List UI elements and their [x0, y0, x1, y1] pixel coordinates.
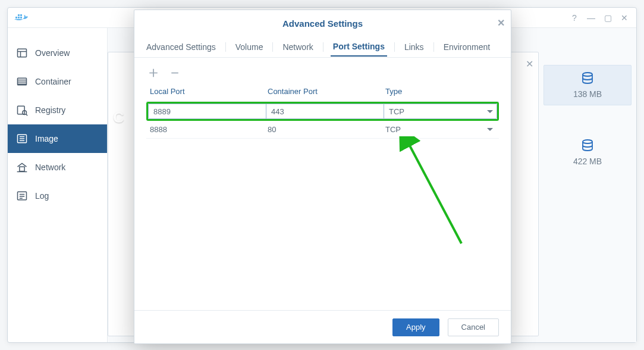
modal-header: Advanced Settings ✕: [134, 10, 511, 36]
annotation-arrow: [390, 136, 467, 249]
svg-line-14: [26, 114, 28, 116]
chevron-down-icon: [487, 128, 493, 131]
tab-separator: [323, 42, 323, 52]
tab-volume[interactable]: Volume: [233, 38, 266, 56]
sidebar-item-label: Log: [35, 191, 49, 201]
container-icon: [16, 76, 28, 88]
close-button[interactable]: ✕: [616, 10, 633, 26]
type-select[interactable]: TCP: [384, 104, 497, 119]
docker-logo-icon: [14, 12, 29, 24]
tab-advanced-settings[interactable]: Advanced Settings: [144, 38, 218, 56]
svg-rect-19: [20, 167, 24, 171]
local-port-value: 8888: [146, 123, 264, 136]
sidebar-item-label: Image: [35, 134, 58, 143]
database-icon: [549, 139, 626, 153]
network-icon: [16, 161, 28, 173]
add-port-button[interactable]: ＋: [146, 65, 161, 79]
sidebar-item-label: Registry: [35, 105, 65, 115]
sidebar-item-registry[interactable]: Registry: [8, 96, 107, 124]
tab-network[interactable]: Network: [280, 38, 315, 56]
sidebar-item-container[interactable]: Container: [8, 67, 107, 96]
sidebar-item-label: Container: [35, 77, 71, 86]
overview-icon: [16, 47, 28, 59]
tab-separator: [394, 42, 395, 52]
sidebar-item-log[interactable]: Log: [8, 182, 107, 210]
background-dialog-close-icon[interactable]: ✕: [526, 58, 533, 70]
sidebar-item-image[interactable]: Image: [8, 124, 107, 153]
tab-separator: [433, 42, 434, 52]
modal-title: Advanced Settings: [282, 18, 363, 29]
image-size-card[interactable]: 138 MB: [544, 65, 632, 105]
svg-rect-2: [20, 17, 22, 18]
sidebar-item-label: Overview: [35, 48, 70, 58]
cancel-button[interactable]: Cancel: [448, 318, 499, 336]
image-size-value: 138 MB: [573, 89, 602, 99]
port-table-header: Local Port Container Port Type: [146, 84, 499, 102]
chevron-down-icon: [487, 110, 493, 113]
port-row[interactable]: 8888 80 TCP: [146, 121, 499, 139]
image-icon: [16, 133, 28, 145]
svg-point-26: [583, 140, 592, 143]
svg-rect-0: [15, 17, 17, 18]
container-port-input[interactable]: [266, 104, 384, 119]
port-row-editing[interactable]: TCP: [146, 102, 499, 121]
advanced-settings-modal: Advanced Settings ✕ Advanced Settings Vo…: [134, 10, 511, 344]
tab-separator: [225, 42, 226, 52]
registry-icon: [16, 104, 28, 116]
port-toolbar: ＋ －: [146, 62, 499, 84]
svg-rect-12: [18, 106, 25, 114]
type-value: TCP: [385, 125, 401, 134]
modal-footer: Apply Cancel: [134, 310, 511, 343]
svg-rect-1: [18, 17, 20, 18]
svg-point-25: [583, 73, 592, 76]
modal-close-icon[interactable]: ✕: [497, 17, 505, 29]
local-port-input[interactable]: [148, 104, 266, 119]
col-container-port: Container Port: [264, 85, 382, 98]
image-size-card[interactable]: 422 MB: [544, 133, 632, 172]
sidebar-item-network[interactable]: Network: [8, 153, 107, 182]
sidebar: Overview Container Registry Image: [8, 28, 108, 342]
tab-port-settings[interactable]: Port Settings: [331, 38, 387, 57]
svg-line-27: [408, 142, 461, 243]
remove-port-button[interactable]: －: [168, 65, 182, 79]
tab-environment[interactable]: Environment: [441, 38, 493, 56]
database-icon: [550, 71, 625, 86]
tab-separator: [272, 42, 273, 52]
image-size-value: 422 MB: [573, 157, 602, 166]
sidebar-item-overview[interactable]: Overview: [8, 39, 107, 67]
port-table: Local Port Container Port Type TCP: [146, 84, 499, 139]
svg-rect-3: [18, 14, 20, 16]
modal-tabbar: Advanced Settings Volume Network Port Se…: [134, 36, 511, 58]
help-button[interactable]: ?: [566, 10, 583, 26]
col-type: Type: [382, 85, 499, 98]
sidebar-item-label: Network: [35, 162, 65, 172]
maximize-button[interactable]: ▢: [599, 10, 616, 26]
log-icon: [16, 190, 28, 202]
apply-button[interactable]: Apply: [392, 318, 439, 336]
type-select-value: TCP: [389, 107, 404, 116]
minimize-button[interactable]: —: [583, 10, 599, 26]
obscured-letter: C: [113, 108, 124, 127]
container-port-value: 80: [264, 123, 382, 136]
svg-rect-4: [20, 14, 22, 16]
col-local-port: Local Port: [146, 85, 264, 98]
tab-links[interactable]: Links: [402, 38, 426, 56]
svg-rect-5: [18, 49, 27, 57]
